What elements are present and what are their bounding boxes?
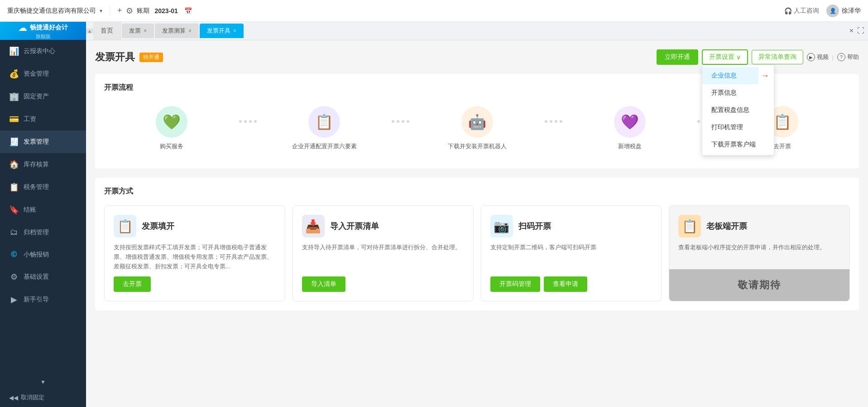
settings-icon[interactable]: ⚙ (126, 6, 133, 16)
qrcode-icon: 📷 (490, 215, 513, 237)
inventory-icon: 🏠 (9, 160, 19, 170)
sidebar-item-inventory[interactable]: 🏠 库存核算 (0, 153, 86, 176)
tax-disk-label: 配置税盘信息 (711, 106, 749, 113)
sidebar-item-guide[interactable]: ▶ 新手引导 (0, 288, 86, 311)
user-info[interactable]: 👤 徐泽华 (826, 5, 861, 17)
tab-invoice-calc[interactable]: 发票测算 × (155, 24, 199, 38)
settings-arrow-icon: ∨ (736, 53, 741, 61)
sidebar-item-basic[interactable]: ⚙ 基础设置 (0, 266, 86, 288)
assets-label: 固定资产 (24, 92, 49, 101)
dropdown-item-tax-disk[interactable]: 配置税盘信息 (702, 102, 774, 119)
page-title-group: 发票开具 待开通 (95, 50, 163, 64)
assets-icon: 🏢 (9, 92, 19, 102)
tab-invoice-issue-label: 发票开具 (207, 27, 230, 35)
logo-sub: 旗舰版 (36, 33, 51, 40)
connector-3 (545, 120, 562, 123)
help-icon[interactable]: ? (837, 53, 845, 61)
fill-in-desc: 支持按照发票样式手工填开发票；可开具增值税电子普通发票、增值税普通发票、增值税专… (114, 243, 276, 271)
sidebar-item-finance[interactable]: 💰 资金管理 (0, 63, 86, 85)
sidebar-item-archive[interactable]: 🗂 归档管理 (0, 221, 86, 243)
reports-icon: 📊 (9, 46, 19, 56)
settings-dropdown-menu: 企业信息 → 开票信息 配置税盘信息 打印机管理 (702, 65, 774, 155)
process-step-buy: 💚 购买服务 (104, 106, 239, 150)
separator: | (832, 54, 834, 61)
process-step-taxdisk: 💜 新增税盘 (562, 106, 697, 150)
qrcode-view-button[interactable]: 查看申请 (544, 276, 587, 292)
tab-invoice-calc-close[interactable]: × (188, 28, 192, 34)
scroll-left-button[interactable]: ▲ (86, 29, 93, 34)
company-name: 重庆畅捷交通信息咨询有限公司 (7, 7, 96, 15)
dropdown-item-printer[interactable]: 打印机管理 (702, 119, 774, 136)
sidebar: ☁ 畅捷通好会计 旗舰版 📊 云报表中心 💰 资金管理 🏢 固定资产 💳 工资 … (0, 22, 86, 407)
support-headset-icon: 🎧 (784, 7, 792, 15)
tab-invoice-list-close[interactable]: × (144, 28, 147, 34)
buy-service-icon: 💚 (156, 106, 187, 138)
sidebar-item-invoice[interactable]: 🧾 发票管理 (0, 131, 86, 153)
fill-in-icon: 📋 (114, 215, 136, 237)
invoice-icon: 🧾 (9, 137, 19, 147)
window-expand-button[interactable]: ⛶ (857, 27, 864, 35)
top-bar: 重庆畅捷交通信息咨询有限公司 ▾ + ⚙ 账期 2023-01 📅 🎧 人工咨询… (0, 0, 868, 22)
page-header: 发票开具 待开通 立即开通 开票设置 ∨ (95, 49, 859, 65)
sidebar-item-settle[interactable]: 🔖 结账 (0, 199, 86, 221)
period-value: 2023-01 (155, 7, 178, 15)
process-step-config: 📋 企业开通配置开票六要素 (257, 106, 392, 150)
boss-header: 📋 老板端开票 (678, 215, 840, 237)
boss-title: 老板端开票 (706, 221, 747, 232)
reports-label: 云报表中心 (24, 47, 55, 55)
tab-invoice-list[interactable]: 发票 × (122, 24, 154, 38)
settings-dropdown-container: 开票设置 ∨ 企业信息 → 开票信息 (702, 49, 748, 65)
tax-label: 税务管理 (24, 183, 49, 191)
go-invoice-label: 去开票 (773, 142, 791, 150)
settings-button[interactable]: 开票设置 ∨ (702, 49, 748, 65)
user-icon: 👤 (830, 8, 836, 14)
video-label[interactable]: 视频 (817, 53, 829, 61)
calendar-icon[interactable]: 📅 (184, 7, 192, 15)
dropdown-item-download-client[interactable]: 下载开票客户端 (702, 136, 774, 153)
tab-invoice-issue[interactable]: 发票开具 × (200, 24, 244, 38)
billing-methods-grid: 📋 发票填开 支持按照发票样式手工填开发票；可开具增值税电子普通发票、增值税普通… (104, 205, 850, 301)
qrcode-desc: 支持定制开票二维码，客户端可扫码开票 (490, 243, 652, 252)
dropdown-item-invoice-info[interactable]: 开票信息 (702, 84, 774, 102)
sidebar-item-tax[interactable]: 📋 税务管理 (0, 176, 86, 199)
sidebar-item-reports[interactable]: 📊 云报表中心 (0, 40, 86, 63)
period-label: 账期 (137, 7, 149, 15)
sidebar-item-assets[interactable]: 🏢 固定资产 (0, 85, 86, 108)
methods-section: 开票方式 📋 发票填开 支持按照发票样式手工填开发票；可开具增值税电子普通发票、… (95, 178, 859, 310)
connector-1 (239, 120, 257, 123)
fill-in-title: 发票填开 (142, 221, 174, 232)
sidebar-item-salary[interactable]: 💳 工资 (0, 108, 86, 131)
tabs-bar: ▲ 首页 发票 × 发票测算 × 发票开具 × × ⛶ (86, 22, 868, 40)
fill-in-button[interactable]: 去开票 (114, 276, 151, 292)
tab-home[interactable]: 首页 (93, 22, 121, 40)
abnormal-button[interactable]: 异常清单查询 (752, 50, 803, 64)
settings-label: 开票设置 (709, 53, 734, 61)
page-title: 发票开具 (95, 50, 135, 64)
window-close-button[interactable]: × (849, 27, 854, 35)
support-button[interactable]: 🎧 人工咨询 (784, 7, 819, 15)
method-card-qrcode: 📷 扫码开票 支持定制开票二维码，客户端可扫码开票 开票码管理 查看申请 (481, 205, 662, 301)
import-button[interactable]: 导入清单 (302, 276, 345, 292)
taxdisk-label: 新增税盘 (618, 142, 642, 150)
sidebar-item-xiaochang[interactable]: © 小畅报销 (0, 243, 86, 266)
add-company-icon[interactable]: + (117, 6, 122, 15)
tab-invoice-issue-close[interactable]: × (233, 28, 236, 34)
cancel-pin-button[interactable]: ◀◀ 取消固定 (0, 388, 86, 407)
company-dropdown-arrow[interactable]: ▾ (100, 8, 102, 14)
dropdown-item-company-info[interactable]: 企业信息 (702, 67, 758, 84)
activate-button[interactable]: 立即开通 (657, 49, 698, 65)
method-card-import: 📥 导入开票清单 支持导入待开票清单，可对待开票清单进行拆分、合并处理。 导入清… (293, 205, 474, 301)
archive-label: 归档管理 (24, 228, 49, 237)
top-bar-right: 🎧 人工咨询 👤 徐泽华 (784, 5, 861, 17)
avatar: 👤 (826, 5, 839, 17)
content-area: 发票开具 待开通 立即开通 开票设置 ∨ (86, 40, 868, 407)
qrcode-manage-button[interactable]: 开票码管理 (490, 276, 540, 292)
basic-icon: ⚙ (9, 272, 19, 282)
invoice-info-label: 开票信息 (711, 89, 737, 96)
play-icon[interactable]: ▶ (807, 53, 815, 61)
logo-icon: ☁ (18, 22, 27, 33)
archive-icon: 🗂 (9, 228, 19, 237)
help-label[interactable]: 帮助 (847, 53, 859, 61)
method-card-fill-in: 📋 发票填开 支持按照发票样式手工填开发票；可开具增值税电子普通发票、增值税普通… (104, 205, 285, 301)
download-client-label: 下载开票客户端 (711, 141, 756, 148)
